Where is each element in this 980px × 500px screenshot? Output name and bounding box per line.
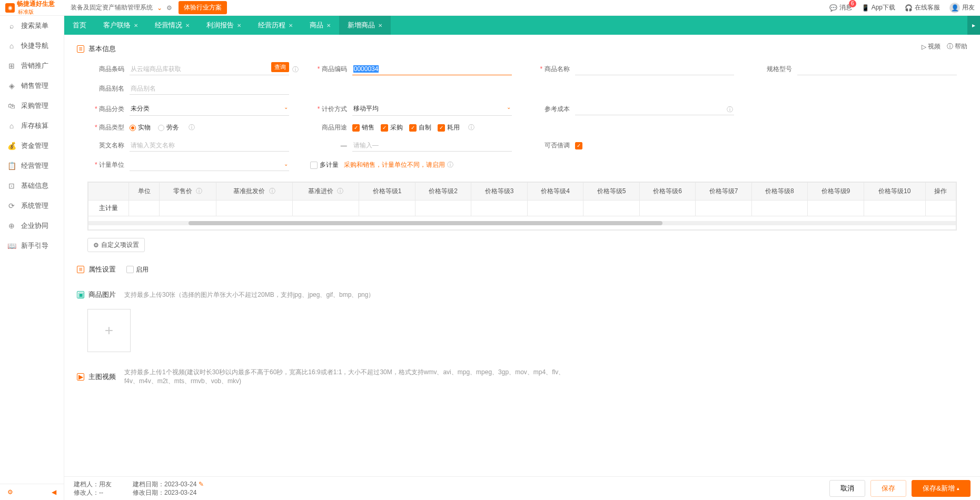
usage-checkbox-1[interactable]: 采购 xyxy=(381,123,403,132)
info-icon[interactable]: ⓘ xyxy=(447,161,453,169)
info-icon[interactable]: ⓘ xyxy=(196,187,202,195)
type-radio-service[interactable]: 劳务 xyxy=(158,123,179,132)
dash-input[interactable] xyxy=(352,139,512,152)
modifier-value: -- xyxy=(99,489,103,496)
logo-sub: 标准版 xyxy=(18,8,55,16)
video-link[interactable]: ▷ 视频 xyxy=(922,42,941,51)
horizontal-scrollbar[interactable] xyxy=(88,221,956,225)
barcode-input[interactable] xyxy=(130,63,289,75)
tab-0[interactable]: 首页 xyxy=(64,16,95,35)
pricing-select[interactable]: 移动平均 xyxy=(352,102,512,116)
image-upload-button[interactable]: + xyxy=(87,309,131,352)
transfer-checkbox[interactable] xyxy=(575,142,582,149)
help-link[interactable]: ⓘ 帮助 xyxy=(947,42,967,51)
service-link[interactable]: 🎧 在线客服 xyxy=(905,3,940,12)
close-icon[interactable]: ✕ xyxy=(378,23,382,28)
user-menu[interactable]: 👤 用友 xyxy=(949,3,975,13)
close-icon[interactable]: ✕ xyxy=(289,23,293,28)
close-icon[interactable]: ✕ xyxy=(326,23,331,28)
spec-input[interactable] xyxy=(797,63,957,75)
type-radio-physical[interactable]: 实物 xyxy=(130,123,151,132)
info-icon[interactable]: ⓘ xyxy=(468,123,474,132)
sidebar-label: 企业协同 xyxy=(21,221,48,231)
collapse-icon[interactable]: ◀ xyxy=(52,488,56,496)
sidebar-item-3[interactable]: ◈销售管理 xyxy=(0,76,64,96)
info-icon[interactable]: ⓘ xyxy=(292,65,299,74)
category-label: 商品分类 xyxy=(87,105,124,114)
table-header-0 xyxy=(88,183,129,201)
messages-link[interactable]: 💬 消息 6 xyxy=(829,3,852,12)
section-title-img: 商品图片 xyxy=(88,290,116,299)
info-icon[interactable]: ⓘ xyxy=(727,105,733,114)
settings-gear-icon[interactable]: ⚙ xyxy=(7,488,13,496)
section-title-video: 主图视频 xyxy=(88,372,116,382)
info-icon[interactable]: ⓘ xyxy=(189,123,195,132)
code-input[interactable]: 0000034 xyxy=(352,63,512,75)
sidebar-item-4[interactable]: 🛍采购管理 xyxy=(0,96,64,116)
edit-icon[interactable]: ✎ xyxy=(199,481,204,488)
sidebar-item-0[interactable]: ⌕搜索菜单 xyxy=(0,16,64,36)
sidebar-item-9[interactable]: ⟳系统管理 xyxy=(0,196,64,216)
tab-2[interactable]: 经营情况✕ xyxy=(146,16,198,35)
gear-icon[interactable]: ⚙ xyxy=(166,4,172,12)
experience-button[interactable]: 体验行业方案 xyxy=(179,1,227,14)
sidebar-item-8[interactable]: ⊡基础信息 xyxy=(0,176,64,196)
info-icon[interactable]: ⓘ xyxy=(269,187,275,195)
usage-label: 商品用途 xyxy=(310,123,347,132)
category-select[interactable]: 未分类 xyxy=(130,102,289,116)
usage-checkbox-0[interactable]: 销售 xyxy=(352,123,374,132)
sidebar-item-7[interactable]: 📋经营管理 xyxy=(0,156,64,176)
alias-input[interactable] xyxy=(130,83,289,95)
attr-enable-checkbox[interactable]: 启用 xyxy=(126,265,149,274)
save-new-button[interactable]: 保存&新增 ▴ xyxy=(912,480,971,497)
image-icon: ▣ xyxy=(77,291,84,298)
table-header-6: 价格等级2 xyxy=(415,183,471,201)
sidebar-icon: ⌂ xyxy=(7,122,16,130)
refcost-input[interactable] xyxy=(575,103,735,115)
barcode-query-button[interactable]: 查询 xyxy=(271,62,289,72)
sidebar-item-6[interactable]: 💰资金管理 xyxy=(0,136,64,156)
transfer-label: 可否借调 xyxy=(533,141,570,150)
close-icon[interactable]: ✕ xyxy=(134,23,138,28)
multiunit-checkbox[interactable]: 多计量 xyxy=(310,161,339,169)
unit-select[interactable] xyxy=(130,159,289,171)
sidebar-item-10[interactable]: ⊕企业协同 xyxy=(0,216,64,236)
close-icon[interactable]: ✕ xyxy=(185,23,190,28)
section-icon: ≡ xyxy=(77,266,84,273)
custom-fields-button[interactable]: ⚙ 自定义项设置 xyxy=(87,238,145,252)
section-title-attr: 属性设置 xyxy=(88,265,116,274)
logo[interactable]: ◉ 畅捷通好生意 标准版 xyxy=(5,0,55,16)
sidebar-item-2[interactable]: ⊞营销推广 xyxy=(0,56,64,76)
tab-3[interactable]: 利润报告✕ xyxy=(198,16,250,35)
spec-label: 规格型号 xyxy=(755,65,792,74)
system-selector[interactable]: 装备及固定资产辅助管理系统 ⌄ ⚙ xyxy=(71,3,172,12)
sidebar-icon: ⌕ xyxy=(7,22,16,30)
name-input[interactable] xyxy=(575,63,735,75)
code-label: 商品编码 xyxy=(310,65,347,74)
save-button[interactable]: 保存 xyxy=(870,480,906,497)
app-download-link[interactable]: 📱 App下载 xyxy=(862,3,895,12)
tab-label: 首页 xyxy=(73,21,86,30)
tab-expand-button[interactable]: ▸ xyxy=(967,16,980,35)
row-label: 主计量 xyxy=(88,201,129,216)
tab-5[interactable]: 商品✕ xyxy=(301,16,339,35)
sidebar-item-11[interactable]: 📖新手引导 xyxy=(0,236,64,256)
cancel-button[interactable]: 取消 xyxy=(829,480,865,497)
tab-label: 新增商品 xyxy=(348,21,375,30)
sidebar-label: 搜索菜单 xyxy=(21,21,48,31)
table-row[interactable] xyxy=(88,216,956,230)
table-row[interactable]: 主计量 xyxy=(88,201,956,216)
usage-checkbox-2[interactable]: 自制 xyxy=(409,123,431,132)
sidebar-label: 系统管理 xyxy=(21,201,48,211)
sidebar-item-5[interactable]: ⌂库存核算 xyxy=(0,116,64,136)
sidebar-item-1[interactable]: ⌂快捷导航 xyxy=(0,36,64,56)
creator-value: 用友 xyxy=(99,481,112,488)
tab-4[interactable]: 经营历程✕ xyxy=(250,16,301,35)
info-icon[interactable]: ⓘ xyxy=(337,187,343,195)
close-icon[interactable]: ✕ xyxy=(237,23,241,28)
usage-checkbox-3[interactable]: 耗用 xyxy=(438,123,460,132)
en-input[interactable] xyxy=(130,139,289,152)
tab-1[interactable]: 客户联络✕ xyxy=(95,16,146,35)
tab-6[interactable]: 新增商品✕ xyxy=(339,16,391,35)
sidebar-icon: ⌂ xyxy=(7,42,16,50)
